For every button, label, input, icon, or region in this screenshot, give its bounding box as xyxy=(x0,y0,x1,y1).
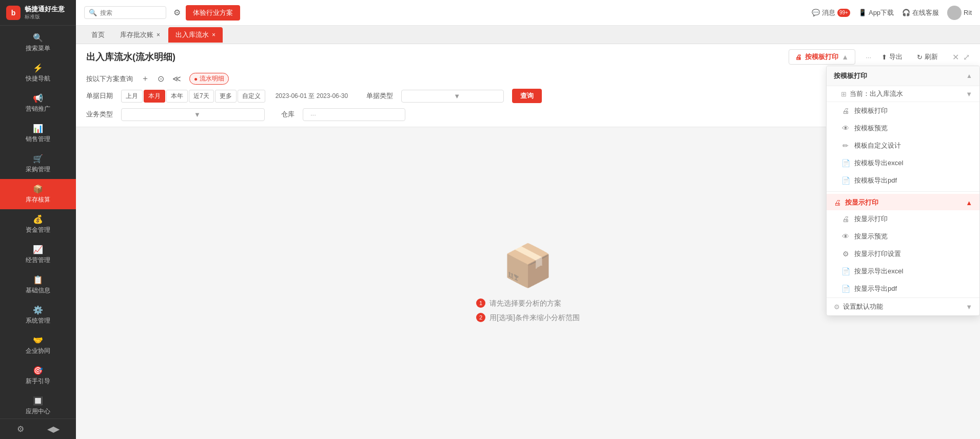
settings-icon[interactable]: ⚙ xyxy=(17,424,24,434)
date-range-buttons: 上月 本月 本年 近7天 更多 自定义 xyxy=(121,90,265,103)
refresh-button[interactable]: ↻ 刷新 xyxy=(913,50,942,64)
warehouse-more-icon[interactable]: ··· xyxy=(310,111,316,118)
trial-button[interactable]: 体验行业方案 xyxy=(186,5,240,21)
template-preview-icon: 👁 xyxy=(841,124,850,132)
dp-display-settings[interactable]: ⚙ 按显示打印设置 xyxy=(827,245,979,263)
display-settings-icon: ⚙ xyxy=(841,250,850,258)
sidebar-item-marketing[interactable]: 📢 营销推广 xyxy=(0,88,76,118)
tab-batch[interactable]: 库存批次账 × xyxy=(113,27,167,43)
tab-window-controls: ✕ ⤢ xyxy=(952,52,970,62)
bill-type-chevron: ▼ xyxy=(454,92,498,100)
operations-icon: 📈 xyxy=(33,245,43,254)
query-button[interactable]: 查询 xyxy=(512,89,542,103)
tabbar: 首页 库存批次账 × 出入库流水 × xyxy=(76,26,980,44)
tab-batch-close[interactable]: × xyxy=(156,31,160,38)
curr-month-btn[interactable]: 本月 xyxy=(144,90,165,103)
dp-template-print[interactable]: 🖨 按模板打印 xyxy=(827,102,979,119)
dp-footer[interactable]: ⚙ 设置默认功能 ▼ xyxy=(827,297,979,315)
tab-flow[interactable]: 出入库流水 × xyxy=(168,27,223,43)
expand-window-icon[interactable]: ⤢ xyxy=(963,52,970,62)
dp-display-excel[interactable]: 📄 按显示导出excel xyxy=(827,263,979,280)
display-section-expand[interactable]: ▲ xyxy=(966,199,972,207)
dp-template-preview[interactable]: 👁 按模板预览 xyxy=(827,119,979,137)
filter-tag-label: 流水明细 xyxy=(200,74,224,83)
inventory-icon: 📦 xyxy=(33,184,43,194)
date-range-text: 2023-06-01 至 2023-06-30 xyxy=(276,92,348,101)
dp-display-print[interactable]: 🖨 按显示打印 xyxy=(827,210,979,228)
dp-display-preview[interactable]: 👁 按显示预览 xyxy=(827,228,979,245)
logo: b 畅捷通好生意 标准版 xyxy=(0,0,76,26)
refresh-label: 刷新 xyxy=(925,52,938,62)
sidebar-item-enterprise[interactable]: 🤝 企业协同 xyxy=(0,330,76,361)
user-avatar-item[interactable]: Rit xyxy=(947,6,972,20)
dp-template-custom[interactable]: ✏ 模板自定义设计 xyxy=(827,137,979,154)
business-type-label: 业务类型 xyxy=(86,110,113,119)
warehouse-filter[interactable]: ··· xyxy=(303,108,405,121)
template-excel-icon: 📄 xyxy=(841,159,850,167)
topbar-search[interactable]: 🔍 xyxy=(84,6,166,19)
sales-label: 销售管理 xyxy=(26,135,50,144)
topbar-right: 💬 消息 99+ 📱 App下载 🎧 在线客服 Rit xyxy=(812,6,972,20)
sidebar-item-inventory[interactable]: 📦 库存核算 xyxy=(0,179,76,209)
search-icon: 🔍 xyxy=(33,33,43,43)
filter-settings-icon[interactable]: ⊙ xyxy=(158,74,164,84)
tab-flow-label: 出入库流水 xyxy=(175,30,209,39)
tab-home[interactable]: 首页 xyxy=(84,27,112,43)
sidebar-item-purchase[interactable]: 🛒 采购管理 xyxy=(0,149,76,179)
finance-label: 资金管理 xyxy=(26,226,50,234)
page-content: 出入库流水(流水明细) 🖨 按模板打印 ▲ ··· ⬆ 导出 ↻ 刷新 xyxy=(76,44,980,439)
curr-year-btn[interactable]: 本年 xyxy=(166,90,188,103)
more-icon[interactable]: ··· xyxy=(866,53,871,61)
custom-btn[interactable]: 自定义 xyxy=(238,90,265,103)
dp-display-section-header[interactable]: 🖨 按显示打印 ▲ xyxy=(827,194,979,210)
prev-month-btn[interactable]: 上月 xyxy=(121,90,143,103)
dp-template-excel-label: 按模板导出excel xyxy=(854,158,903,168)
avatar xyxy=(947,6,962,20)
tab-home-label: 首页 xyxy=(91,30,105,39)
close-window-icon[interactable]: ✕ xyxy=(952,52,959,62)
sidebar-item-search[interactable]: 🔍 搜索菜单 xyxy=(0,28,76,58)
dp-template-excel[interactable]: 📄 按模板导出excel xyxy=(827,154,979,172)
logo-icon: b xyxy=(6,6,21,20)
dp-template-pdf[interactable]: 📄 按模板导出pdf xyxy=(827,172,979,189)
sidebar-item-finance[interactable]: 💰 资金管理 xyxy=(0,209,76,240)
collapse-icon[interactable]: ◀▶ xyxy=(47,424,60,434)
dp-footer-expand[interactable]: ▼ xyxy=(966,303,972,311)
guide-label: 新手引导 xyxy=(26,377,50,386)
sidebar-item-basic[interactable]: 📋 基础信息 xyxy=(0,270,76,300)
business-type-select[interactable]: ▼ xyxy=(121,108,265,121)
template-print-button[interactable]: 🖨 按模板打印 ▲ xyxy=(789,49,855,65)
sidebar-item-apps[interactable]: 🔲 应用中心 xyxy=(0,391,76,418)
sidebar-item-sales[interactable]: 📊 销售管理 xyxy=(0,118,76,149)
system-label: 系统管理 xyxy=(26,316,50,325)
dp-footer-label: 设置默认功能 xyxy=(843,302,883,311)
dp-header-title: 按模板打印 xyxy=(834,71,867,81)
empty-steps: 1 请先选择要分析的方案 2 用[选项]条件来缩小分析范围 xyxy=(476,296,580,325)
sidebar-item-operations[interactable]: 📈 经营管理 xyxy=(0,240,76,270)
expand-icon[interactable]: ▲ xyxy=(841,53,849,61)
export-button[interactable]: ⬆ 导出 xyxy=(877,50,907,64)
inventory-label: 库存核算 xyxy=(26,195,50,204)
dp-display-pdf[interactable]: 📄 按显示导出pdf xyxy=(827,280,979,297)
app-download-item[interactable]: 📱 App下载 xyxy=(858,8,894,17)
filter-collapse-icon[interactable]: ≪ xyxy=(172,74,181,84)
sidebar-item-shortcut[interactable]: ⚡ 快捷导航 xyxy=(0,58,76,88)
topbar: 🔍 ⚙ 体验行业方案 💬 消息 99+ 📱 App下载 🎧 在线客服 Ri xyxy=(76,0,980,26)
more-btn[interactable]: 更多 xyxy=(215,90,237,103)
sidebar-item-system[interactable]: ⚙️ 系统管理 xyxy=(0,300,76,330)
message-item[interactable]: 💬 消息 99+ xyxy=(812,8,850,17)
dp-template-pdf-label: 按模板导出pdf xyxy=(854,176,897,185)
marketing-icon: 📢 xyxy=(33,93,43,103)
sidebar-item-guide[interactable]: 🎯 新手引导 xyxy=(0,361,76,391)
search-input[interactable] xyxy=(100,9,162,16)
brand-name: 畅捷通好生意 xyxy=(25,5,65,14)
add-filter-icon[interactable]: ＋ xyxy=(141,73,149,84)
customer-service-item[interactable]: 🎧 在线客服 xyxy=(902,8,939,17)
last7-btn[interactable]: 近7天 xyxy=(189,90,214,103)
active-filter-tag[interactable]: ● 流水明细 xyxy=(189,73,229,85)
dp-current-expand[interactable]: ▼ xyxy=(966,90,972,98)
tab-flow-close[interactable]: × xyxy=(212,31,215,38)
bill-type-dropdown[interactable]: ▼ xyxy=(401,90,504,103)
dp-scroll-up[interactable]: ▲ xyxy=(966,72,972,79)
gear-icon[interactable]: ⚙ xyxy=(173,8,181,17)
